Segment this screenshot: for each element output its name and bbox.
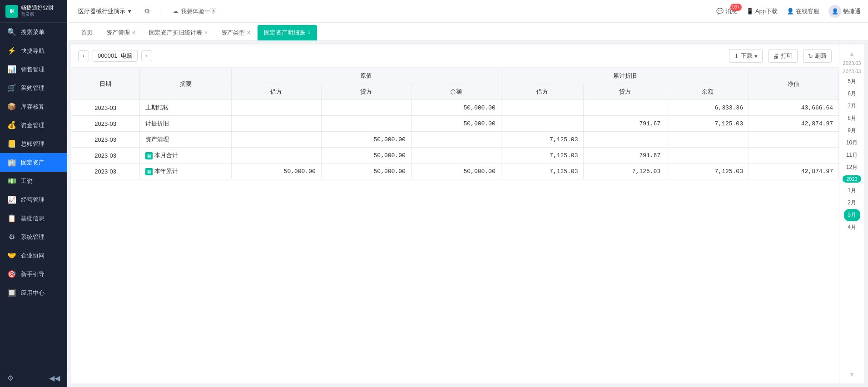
company-name: 医疗器械行业演示: [78, 7, 125, 15]
sidebar-label: 企业协同: [21, 252, 45, 260]
message-btn[interactable]: 💬 消息 99+: [716, 7, 737, 15]
sidebar-item-企业协同[interactable]: 🤝企业协同: [0, 246, 67, 265]
th-dep-balance: 余额: [666, 84, 749, 100]
td-dep-credit: [584, 100, 666, 116]
sidebar-item-库存核算[interactable]: 📦库存核算: [0, 97, 67, 116]
timeline-month[interactable]: 7月: [844, 100, 859, 112]
th-summary: 摘要: [140, 68, 232, 100]
timeline-year-top-1: 2023.03: [839, 59, 864, 67]
timeline-month[interactable]: 5月: [844, 75, 859, 88]
sidebar-item-基础信息[interactable]: 📋基础信息: [0, 209, 67, 228]
settings-bottom-icon[interactable]: ⚙: [7, 374, 14, 382]
sidebar-item-应用中心[interactable]: 🔲应用中心: [0, 283, 67, 302]
sidebar-item-工资[interactable]: 💵工资: [0, 172, 67, 190]
sidebar-item-总账管理[interactable]: 📒总账管理: [0, 134, 67, 153]
tabbar: 首页资产管理×固定资产折旧统计表×资产类型×固定资产明细账×: [67, 23, 868, 41]
table-row: 2023-03 资产清理 50,000.00 7,125.03: [71, 132, 839, 148]
online-service-btn[interactable]: 👤 在线客服: [787, 7, 819, 15]
td-summary: ▦本月合计: [140, 148, 232, 164]
td-orig-debit: [231, 132, 321, 148]
timeline-down-arrow[interactable]: ▼: [847, 369, 857, 380]
timeline-month[interactable]: 10月: [844, 137, 859, 149]
sidebar-item-资金管理[interactable]: 💰资金管理: [0, 116, 67, 134]
tab-首页[interactable]: 首页: [74, 25, 99, 40]
tab-固定资产折旧统计表[interactable]: 固定资产折旧统计表×: [143, 25, 214, 40]
timeline-month[interactable]: 2月: [844, 197, 860, 209]
sidebar-icon: 🔲: [7, 288, 16, 297]
sidebar-item-固定资产[interactable]: 🏢固定资产: [0, 153, 67, 172]
next-asset-btn[interactable]: ›: [141, 50, 152, 61]
td-dep-debit: 7,125.03: [501, 132, 584, 148]
sidebar-label: 固定资产: [21, 159, 45, 167]
tab-close-icon[interactable]: ×: [247, 30, 250, 36]
sidebar-icon: 🤝: [7, 251, 16, 260]
company-dropdown-icon: ▾: [128, 8, 131, 15]
timeline-month[interactable]: 9月: [844, 124, 859, 137]
sidebar-item-搜索菜单[interactable]: 🔍搜索菜单: [0, 23, 67, 41]
timeline-month[interactable]: 12月: [844, 161, 859, 174]
td-summary: 资产清理: [140, 132, 232, 148]
td-date: 2023-03: [71, 164, 140, 179]
toolbar-actions: ⬇ 下载 ▾ 🖨 打印 ↻ 刷新: [729, 49, 832, 63]
timeline-month[interactable]: 11月: [844, 149, 859, 161]
tab-close-icon[interactable]: ×: [132, 30, 135, 36]
refresh-btn[interactable]: ↻ 刷新: [803, 49, 832, 63]
download-btn[interactable]: ⬇ 下载 ▾: [729, 49, 763, 63]
sidebar-icon: 📋: [7, 214, 16, 223]
sidebar-label: 工资: [21, 177, 33, 185]
sidebar-item-新手引导[interactable]: 🎯新手引导: [0, 265, 67, 283]
tab-资产类型[interactable]: 资产类型×: [215, 25, 257, 40]
print-btn[interactable]: 🖨 打印: [768, 49, 798, 63]
sidebar-item-销售管理[interactable]: 📊销售管理: [0, 60, 67, 79]
logo-sub: 普及版: [21, 11, 54, 18]
user-area[interactable]: 👤 畅捷通: [828, 5, 861, 18]
td-net-value: 42,874.97: [749, 116, 838, 132]
prev-asset-btn[interactable]: ‹: [78, 50, 89, 61]
timeline-up-arrow[interactable]: ▲: [847, 48, 857, 59]
td-dep-debit: [501, 100, 584, 116]
download-icon: ⬇: [734, 53, 739, 60]
tab-资产管理[interactable]: 资产管理×: [100, 25, 142, 40]
sidebar-item-快捷导航[interactable]: ⚡快捷导航: [0, 41, 67, 60]
timeline-month[interactable]: 4月: [844, 221, 860, 233]
td-summary: ▦本年累计: [140, 164, 232, 179]
sidebar-icon: 📒: [7, 139, 16, 148]
ledger-table-wrapper: 日期 摘要 原值 累计折旧 净值 借方 贷方 余额 借方 贷方 余额: [71, 68, 839, 383]
timeline-month[interactable]: 1月: [844, 184, 860, 197]
timeline-month[interactable]: 3月: [844, 209, 860, 221]
td-orig-balance: 50,000.00: [411, 116, 501, 132]
sidebar-label: 基础信息: [21, 214, 45, 223]
td-net-value: [749, 132, 838, 148]
sidebar-icon: 💵: [7, 177, 16, 185]
sidebar-item-采购管理[interactable]: 🛒采购管理: [0, 79, 67, 97]
timeline-month[interactable]: 6月: [844, 88, 859, 100]
tab-固定资产明细账[interactable]: 固定资产明细账×: [258, 25, 317, 40]
table-row: 2023-03 上期结转 50,000.00 6,333.36 43,666.6…: [71, 100, 839, 116]
tab-close-icon[interactable]: ×: [308, 30, 311, 36]
sidebar-label: 采购管理: [21, 84, 45, 92]
sidebar-icon: 📈: [7, 195, 16, 204]
sidebar: 财 畅捷通好业财 普及版 🔍搜索菜单⚡快捷导航📊销售管理🛒采购管理📦库存核算💰资…: [0, 0, 67, 387]
sidebar-label: 销售管理: [21, 65, 45, 74]
app-download-btn[interactable]: 📱 App下载: [746, 7, 778, 15]
experience-btn[interactable]: ☁ 我要体验一下: [169, 5, 220, 17]
sidebar-label: 新手引导: [21, 270, 45, 278]
td-dep-balance: [666, 132, 749, 148]
download-label: 下载: [741, 52, 753, 60]
summary-icon: ▦: [145, 168, 153, 175]
sidebar-icon: 🏢: [7, 158, 16, 167]
th-orig-debit: 借方: [231, 84, 321, 100]
tab-close-icon[interactable]: ×: [204, 30, 208, 36]
td-orig-credit: 50,000.00: [321, 164, 411, 179]
company-selector[interactable]: 医疗器械行业演示 ▾: [74, 5, 135, 17]
collapse-icon[interactable]: ◀◀: [49, 374, 60, 382]
summary-icon: ▦: [145, 152, 153, 159]
asset-identifier: 000001 电脑: [93, 50, 138, 62]
th-accumulated-dep: 累计折旧: [501, 68, 749, 84]
td-date: 2023-03: [71, 148, 140, 164]
sidebar-icon: 🔍: [7, 28, 16, 36]
topbar-settings-btn[interactable]: ⚙: [140, 5, 153, 18]
timeline-month[interactable]: 8月: [844, 112, 859, 124]
sidebar-item-系统管理[interactable]: ⚙系统管理: [0, 228, 67, 246]
sidebar-item-经营管理[interactable]: 📈经营管理: [0, 190, 67, 209]
